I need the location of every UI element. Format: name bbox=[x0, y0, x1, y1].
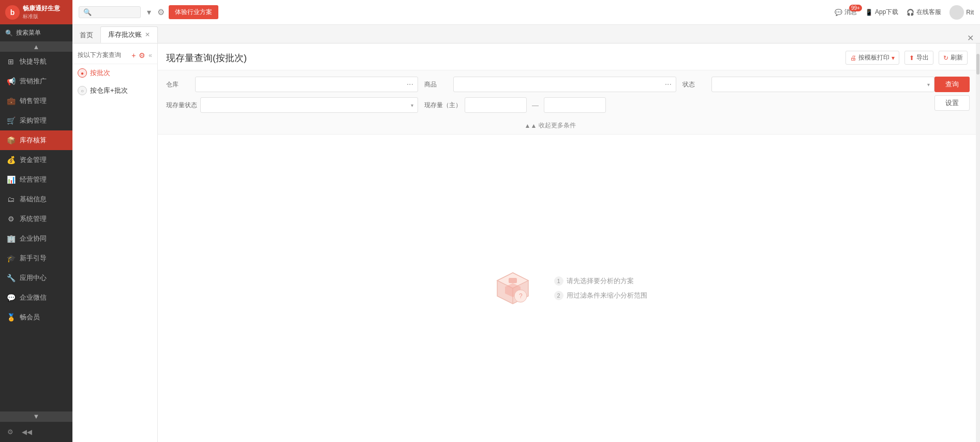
topbar: 🔍 ▾ ⚙ 体验行业方案 💬 消息 99+ 📱 App下载 🎧 在线客服 Rit bbox=[72, 0, 980, 25]
refresh-button[interactable]: ↻ 刷新 bbox=[939, 51, 968, 65]
query-button[interactable]: 查询 bbox=[934, 77, 970, 92]
sidebar-item-label: 系统管理 bbox=[20, 214, 47, 224]
export-button[interactable]: ⬆ 导出 bbox=[904, 51, 933, 65]
trial-button[interactable]: 体验行业方案 bbox=[169, 5, 218, 19]
quantity-label: 现存量（主） bbox=[424, 101, 462, 110]
sidebar-collapse-button[interactable]: ◀◀ bbox=[20, 426, 34, 438]
tab-kucun-pi[interactable]: 库存批次账 ✕ bbox=[100, 26, 158, 43]
sidebar-item-weixin[interactable]: 💬 企业微信 bbox=[0, 288, 72, 307]
topbar-search-box[interactable]: 🔍 bbox=[79, 6, 141, 18]
svg-text:?: ? bbox=[519, 292, 523, 300]
right-content: 现存量查询(按批次) 🖨 按模板打印 ▾ ⬆ 导出 ↻ 刷新 bbox=[158, 43, 976, 442]
weixin-icon: 💬 bbox=[6, 293, 16, 302]
empty-illustration: ? bbox=[487, 262, 539, 314]
sidebar-scroll-down[interactable]: ▼ bbox=[0, 411, 72, 421]
sidebar-item-xinshou[interactable]: 🎓 新手引导 bbox=[0, 248, 72, 268]
status-label: 状态 bbox=[682, 80, 708, 89]
print-dropdown-icon[interactable]: ▾ bbox=[892, 54, 895, 62]
left-panel-settings-button[interactable]: ⚙ bbox=[139, 51, 145, 60]
sidebar-scroll-up[interactable]: ▲ bbox=[0, 42, 72, 52]
app-download-label: App下载 bbox=[875, 8, 898, 17]
sidebar-item-qiye[interactable]: 🏢 企业协同 bbox=[0, 229, 72, 248]
inventory-status-label: 现存量状态 bbox=[166, 101, 197, 110]
left-panel: 按以下方案查询 + ⚙ « ● 按批次 ○ 按仓库+批次 bbox=[72, 43, 158, 442]
sidebar-item-jichu[interactable]: 🗂 基础信息 bbox=[0, 189, 72, 209]
left-panel-item-cangku-pi[interactable]: ○ 按仓库+批次 bbox=[72, 82, 157, 99]
svg-rect-4 bbox=[509, 278, 517, 283]
empty-tips: 1 请先选择要分析的方案 2 用过滤条件来缩小分析范围 bbox=[554, 276, 647, 300]
xitong-icon: ⚙ bbox=[6, 214, 16, 224]
tab-kucun-pi-label: 库存批次账 bbox=[108, 30, 142, 39]
print-label: 按模板打印 bbox=[858, 53, 889, 62]
quantity-min-input[interactable] bbox=[465, 97, 527, 113]
search-icon: 🔍 bbox=[5, 30, 13, 37]
topbar-gear-settings[interactable]: ⚙ bbox=[157, 7, 165, 17]
left-panel-actions: + ⚙ « bbox=[131, 51, 152, 60]
user-action[interactable]: Rit bbox=[949, 5, 974, 20]
tip-2-text: 用过滤条件来缩小分析范围 bbox=[567, 291, 647, 300]
print-button[interactable]: 🖨 按模板打印 ▾ bbox=[845, 51, 899, 65]
quantity-max-input[interactable] bbox=[544, 97, 606, 113]
sidebar-item-xitong[interactable]: ⚙ 系统管理 bbox=[0, 209, 72, 229]
sidebar-item-kuaijie[interactable]: ⊞ 快捷导航 bbox=[0, 52, 72, 71]
messages-badge: 99+ bbox=[849, 5, 862, 11]
filter-status: 状态 ▾ bbox=[682, 77, 934, 92]
left-panel-item-pici[interactable]: ● 按批次 bbox=[72, 64, 157, 82]
inventory-status-arrow: ▾ bbox=[411, 102, 413, 108]
empty-tip-1: 1 请先选择要分析的方案 bbox=[554, 276, 647, 286]
right-scrollbar[interactable] bbox=[976, 43, 980, 442]
app-logo: b bbox=[5, 5, 20, 20]
caigou-icon: 🛒 bbox=[6, 116, 16, 125]
xinshou-icon: 🎓 bbox=[6, 254, 16, 263]
yingxiao-icon: 📢 bbox=[6, 77, 16, 86]
quantity-dash: — bbox=[529, 101, 542, 109]
messages-action[interactable]: 💬 消息 99+ bbox=[835, 8, 857, 17]
topbar-search-input[interactable] bbox=[94, 9, 135, 16]
sidebar-settings-button[interactable]: ⚙ bbox=[5, 426, 16, 438]
topbar-gear-icon[interactable]: ▾ bbox=[145, 5, 153, 19]
refresh-label: 刷新 bbox=[951, 53, 963, 62]
page-content: 按以下方案查询 + ⚙ « ● 按批次 ○ 按仓库+批次 现存量查询(按批次) bbox=[72, 43, 980, 442]
sidebar-item-label: 销售管理 bbox=[20, 96, 47, 106]
collapse-more-label: 收起更多条件 bbox=[539, 121, 576, 130]
sidebar-item-yingyong[interactable]: 🔧 应用中心 bbox=[0, 268, 72, 288]
sidebar-item-label: 新手引导 bbox=[20, 254, 47, 263]
sidebar-item-kucun[interactable]: 📦 库存核算 bbox=[0, 130, 72, 150]
jichu-icon: 🗂 bbox=[6, 195, 16, 204]
messages-icon: 💬 bbox=[835, 9, 842, 16]
tab-bar-close-button[interactable]: ✕ bbox=[961, 33, 980, 43]
tab-home[interactable]: 首页 bbox=[72, 27, 100, 43]
page-header-actions: 🖨 按模板打印 ▾ ⬆ 导出 ↻ 刷新 bbox=[845, 51, 968, 65]
sidebar-search[interactable]: 🔍 搜索菜单 bbox=[0, 24, 72, 42]
online-service-action[interactable]: 🎧 在线客服 bbox=[907, 8, 941, 17]
sidebar-item-huiyuan[interactable]: 🏅 畅会员 bbox=[0, 307, 72, 327]
sidebar-item-yingxiao[interactable]: 📢 营销推广 bbox=[0, 71, 72, 91]
tab-close-icon[interactable]: ✕ bbox=[145, 31, 150, 38]
warehouse-input[interactable]: ··· bbox=[195, 77, 418, 92]
empty-tip-2: 2 用过滤条件来缩小分析范围 bbox=[554, 291, 647, 300]
pici-icon: ● bbox=[78, 68, 87, 78]
inventory-status-select[interactable]: ▾ bbox=[200, 97, 418, 113]
left-panel-add-button[interactable]: + bbox=[131, 51, 136, 60]
filter-inventory-status: 现存量状态 ▾ bbox=[166, 97, 418, 113]
sidebar-item-xiaoshou[interactable]: 💼 销售管理 bbox=[0, 91, 72, 111]
filter-settings-button[interactable]: 设置 bbox=[934, 95, 970, 111]
tabbar: 首页 库存批次账 ✕ ✕ bbox=[72, 25, 980, 43]
cangku-pi-label: 按仓库+批次 bbox=[90, 86, 128, 95]
status-select[interactable]: ▾ bbox=[711, 77, 934, 92]
filter-container: 仓库 ··· 商品 ··· 状态 bbox=[158, 70, 976, 135]
app-title-wrap: 畅康通好生意 标准版 bbox=[23, 4, 60, 20]
sidebar-item-caigou[interactable]: 🛒 采购管理 bbox=[0, 111, 72, 130]
quantity-range: — bbox=[465, 97, 606, 113]
product-input[interactable]: ··· bbox=[453, 77, 676, 92]
main-area: 🔍 ▾ ⚙ 体验行业方案 💬 消息 99+ 📱 App下载 🎧 在线客服 Rit bbox=[72, 0, 980, 442]
sidebar-item-jingying[interactable]: 📊 经营管理 bbox=[0, 170, 72, 189]
page-header: 现存量查询(按批次) 🖨 按模板打印 ▾ ⬆ 导出 ↻ 刷新 bbox=[158, 43, 976, 70]
sidebar-item-zijin[interactable]: 💰 资金管理 bbox=[0, 150, 72, 170]
warehouse-dots: ··· bbox=[407, 80, 413, 89]
left-panel-collapse-button[interactable]: « bbox=[149, 52, 152, 59]
export-icon: ⬆ bbox=[909, 54, 914, 62]
collapse-more-button[interactable]: ▲▲ 收起更多条件 bbox=[166, 118, 934, 130]
app-download-action[interactable]: 📱 App下载 bbox=[865, 8, 898, 17]
pici-label: 按批次 bbox=[90, 68, 110, 78]
